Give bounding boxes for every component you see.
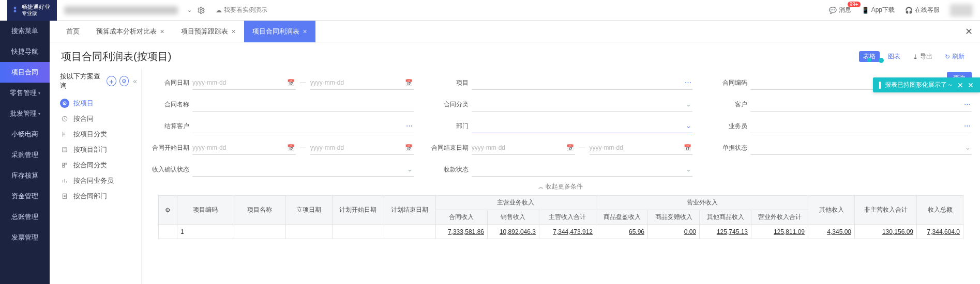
col-non-main-total[interactable]: 非主营收入合计: [855, 196, 917, 225]
sidebar-item-invoice[interactable]: 发票管理: [0, 227, 50, 248]
dept-input[interactable]: [472, 122, 693, 130]
col-main-income-total[interactable]: 主营收入合计: [539, 210, 596, 225]
field-contract-cat: 合同分类⌄: [429, 93, 693, 115]
calendar-icon[interactable]: 📅: [684, 144, 691, 151]
chevron-down-icon[interactable]: ⌄: [407, 165, 413, 173]
ellipsis-icon[interactable]: ⋯: [406, 122, 413, 130]
ellipsis-icon[interactable]: ⋯: [964, 100, 971, 108]
svg-rect-6: [65, 163, 67, 165]
sidebar-item-ecommerce[interactable]: 小畅电商: [0, 124, 50, 145]
contract-start-to[interactable]: [310, 144, 414, 151]
col-project-code[interactable]: 项目编码: [177, 196, 234, 225]
chevron-down-icon[interactable]: ⌄: [686, 165, 691, 173]
add-scheme-button[interactable]: +: [107, 76, 116, 86]
col-other-goods[interactable]: 其他商品收入: [700, 210, 751, 225]
top-header: 畅捷通好业 专业版 ⌄ ☁ 我要看实例演示 💬 消息 99+ 📱 App下载 🎧…: [0, 0, 980, 21]
close-icon[interactable]: ✕: [303, 21, 307, 42]
chevron-down-icon[interactable]: ⌄: [965, 144, 971, 151]
refresh-button[interactable]: ↻ 刷新: [941, 51, 969, 62]
tab-budget-cost-compare[interactable]: 预算成本分析对比表✕: [88, 21, 173, 42]
col-plan-end[interactable]: 计划结束日期: [384, 196, 435, 225]
project-input[interactable]: [472, 79, 693, 86]
col-project-name[interactable]: 项目名称: [234, 196, 285, 225]
chevron-up-icon: ︽: [538, 184, 544, 190]
scheme-panel: 按以下方案查询 + ⚙ « 按项目 按合同 按项目分类: [54, 69, 142, 284]
gear-icon[interactable]: [197, 6, 205, 14]
sidebar-item-quick-nav[interactable]: 快捷导航: [0, 41, 50, 62]
calendar-icon[interactable]: 📅: [405, 79, 413, 86]
contract-date-to[interactable]: [310, 79, 414, 86]
sidebar-item-inventory[interactable]: 库存核算: [0, 165, 50, 186]
contract-start-from[interactable]: [192, 144, 296, 151]
sidebar-item-procure[interactable]: 采购管理: [0, 145, 50, 165]
online-service-button[interactable]: 🎧 在线客服: [905, 6, 940, 14]
tab-home[interactable]: 首页: [58, 21, 88, 42]
export-button[interactable]: ⤓ 导出: [909, 51, 937, 62]
bill-status-input[interactable]: [750, 144, 972, 151]
scheme-by-contract-dept[interactable]: 按合同部门: [60, 188, 137, 204]
customer-input[interactable]: [750, 101, 972, 108]
hint-dots: [867, 58, 884, 63]
view-chart-button[interactable]: 图表: [884, 51, 904, 62]
company-selector[interactable]: ⌄: [64, 6, 192, 14]
sidebar-item-project-contract[interactable]: 项目合同: [0, 62, 50, 83]
col-plan-start[interactable]: 计划开始日期: [332, 196, 384, 225]
collect-status-input[interactable]: [472, 166, 693, 173]
scheme-by-contract-cat[interactable]: 按合同分类: [60, 157, 137, 173]
calendar-icon[interactable]: 📅: [405, 144, 413, 151]
contract-end-to[interactable]: [590, 144, 693, 151]
scheme-settings-button[interactable]: ⚙: [119, 76, 129, 86]
tab-project-budget-track[interactable]: 项目预算跟踪表✕: [173, 21, 244, 42]
collapse-conditions[interactable]: ︽收起更多条件: [150, 182, 972, 191]
chevron-down-icon[interactable]: ⌄: [686, 122, 691, 130]
demo-link[interactable]: ☁ 我要看实例演示: [216, 6, 267, 14]
sidebar-item-funds[interactable]: 资金管理: [0, 186, 50, 207]
sidebar-item-search[interactable]: 搜索菜单: [0, 21, 50, 41]
col-sales-income[interactable]: 销售收入: [487, 210, 539, 225]
scheme-by-project-dept[interactable]: 按项目部门: [60, 142, 137, 157]
scheme-by-contract[interactable]: 按合同: [60, 111, 137, 127]
ellipsis-icon[interactable]: ⋯: [685, 78, 691, 86]
calendar-icon[interactable]: 📅: [566, 144, 574, 151]
close-icon[interactable]: ✕: [957, 81, 963, 89]
field-settle-customer: 结算客户⋯: [150, 115, 414, 137]
contract-cat-input[interactable]: [472, 101, 693, 108]
scheme-by-project-cat[interactable]: 按项目分类: [60, 127, 137, 142]
settle-customer-input[interactable]: [192, 122, 414, 130]
ellipsis-icon[interactable]: ⋯: [964, 122, 971, 130]
col-contract-income[interactable]: 合同收入: [435, 210, 487, 225]
scheme-by-project[interactable]: 按项目: [60, 96, 137, 111]
contract-date-from[interactable]: [192, 79, 296, 86]
tab-project-contract-profit[interactable]: 项目合同利润表✕: [244, 21, 315, 42]
scheme-by-salesman[interactable]: 按合同业务员: [60, 173, 137, 188]
col-nonop-total[interactable]: 营业外收入合计: [751, 210, 808, 225]
col-other-income[interactable]: 其他收入: [808, 196, 855, 225]
calendar-icon[interactable]: 📅: [287, 144, 295, 151]
salesman-input[interactable]: [750, 122, 972, 130]
avatar[interactable]: [950, 4, 973, 17]
calendar-icon[interactable]: 📅: [287, 79, 295, 86]
col-income-total[interactable]: 收入总额: [917, 196, 963, 225]
sidebar-item-ledger[interactable]: 总账管理: [0, 207, 50, 227]
close-icon[interactable]: ✕: [968, 81, 974, 89]
close-icon[interactable]: ✕: [231, 21, 236, 42]
chevron-down-icon[interactable]: ⌄: [686, 100, 691, 108]
cloud-icon: ☁: [216, 7, 222, 14]
sidebar: 搜索菜单 快捷导航 项目合同 零售管理▾ 批发管理▾ 小畅电商 采购管理 库存核…: [0, 21, 50, 284]
col-setup-date[interactable]: 立项日期: [285, 196, 332, 225]
close-icon[interactable]: ✕: [160, 21, 164, 42]
table-settings-button[interactable]: ⚙: [158, 196, 177, 225]
contract-end-from[interactable]: [472, 144, 575, 151]
income-status-input[interactable]: [192, 166, 414, 173]
sidebar-item-wholesale[interactable]: 批发管理▾: [0, 103, 50, 124]
sidebar-item-retail[interactable]: 零售管理▾: [0, 83, 50, 103]
col-inventory-surplus[interactable]: 商品盘盈收入: [596, 210, 648, 225]
close-all-icon[interactable]: ✕: [965, 26, 973, 37]
messages-button[interactable]: 💬 消息 99+: [829, 6, 851, 14]
col-goods-gift[interactable]: 商品受赠收入: [648, 210, 700, 225]
app-download-button[interactable]: 📱 App下载: [862, 6, 895, 14]
field-dept: 部门⌄: [429, 115, 693, 137]
contract-name-input[interactable]: [192, 101, 414, 108]
table-row[interactable]: 1 7,333,581.86 10,892,046.3 7,344,473,91…: [158, 225, 963, 239]
collapse-scheme-icon[interactable]: «: [133, 77, 137, 85]
